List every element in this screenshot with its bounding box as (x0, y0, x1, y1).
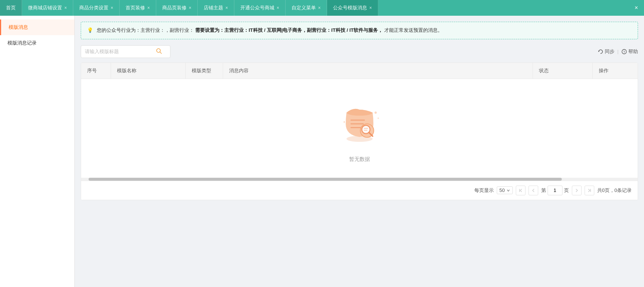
tab-home-label: 首页 (6, 4, 16, 11)
top-nav: 首页 微商城店铺设置 × 商品分类设置 × 首页装修 × 商品页装修 × 店铺主… (0, 0, 644, 16)
page-number-input[interactable] (548, 186, 563, 195)
col-header-status: 状态 (533, 63, 593, 79)
col-header-content: 消息内容 (223, 63, 533, 79)
search-input[interactable] (85, 49, 156, 54)
tab-product-category-label: 商品分类设置 (79, 4, 108, 11)
col-header-seq: 序号 (81, 63, 111, 79)
sidebar-item-template-msg-log-label: 模版消息记录 (7, 40, 37, 46)
close-weshop-settings[interactable]: × (64, 5, 67, 10)
search-bar: 同步 | ? 帮助 (81, 45, 638, 58)
sidebar-item-template-msg-label: 模版消息 (9, 24, 28, 30)
page-size-label: 每页显示 (474, 187, 494, 194)
help-button[interactable]: ? 帮助 (622, 48, 638, 55)
col-header-name: 模版名称 (111, 63, 186, 79)
content-area: 💡 您的公众号行业为：主营行业：，副营行业： 需要设置为：主营行业：IT科技 /… (75, 16, 644, 287)
empty-illustration (335, 101, 384, 150)
col-header-type: 模版类型 (186, 63, 223, 79)
page-unit: 页 (564, 187, 569, 194)
page-size-value: 50 (499, 187, 505, 193)
main-layout: 模版消息 模版消息记录 💡 您的公众号行业为：主营行业：，副营行业： 需要设置为… (0, 16, 644, 287)
tab-mp-template-msg[interactable]: 公众号模版消息 × (327, 0, 378, 16)
close-mp-template-msg[interactable]: × (369, 5, 372, 10)
tab-custom-menu[interactable]: 自定义菜单 × (286, 0, 327, 16)
data-table: 序号 模版名称 模版类型 消息内容 状态 操作 (81, 62, 638, 200)
close-custom-menu[interactable]: × (318, 5, 321, 10)
search-button[interactable] (156, 48, 162, 55)
notice-box: 💡 您的公众号行业为：主营行业：，副营行业： 需要设置为：主营行业：IT科技 /… (81, 22, 638, 39)
col-header-action: 操作 (593, 63, 638, 79)
toolbar-right: 同步 | ? 帮助 (598, 48, 638, 55)
search-input-wrap[interactable] (81, 45, 170, 58)
notice-highlight: 需要设置为：主营行业：IT科技 / 互联网|电子商务，副营行业：IT科技 / I… (195, 27, 383, 33)
sidebar: 模版消息 模版消息记录 (0, 16, 75, 287)
sync-label: 同步 (605, 48, 614, 55)
tab-homepage-decor-label: 首页装修 (126, 4, 145, 11)
tab-shop-theme-label: 店铺主题 (204, 4, 223, 11)
empty-text: 暂无数据 (349, 156, 370, 163)
svg-line-1 (160, 52, 161, 54)
close-product-category[interactable]: × (111, 5, 113, 10)
close-product-decor[interactable]: × (189, 5, 191, 10)
tab-open-mp-shop[interactable]: 开通公众号商城 × (234, 0, 286, 16)
pagination: 每页显示 50 (81, 181, 638, 200)
close-all-tabs[interactable]: × (635, 4, 638, 11)
page-label: 第 (541, 187, 546, 194)
tab-home[interactable]: 首页 (0, 0, 22, 16)
chevron-down-icon (506, 189, 510, 192)
next-page-button[interactable] (572, 186, 582, 195)
tab-homepage-decor[interactable]: 首页装修 × (120, 0, 156, 16)
table-header: 序号 模版名称 模版类型 消息内容 状态 操作 (81, 63, 638, 79)
tab-open-mp-shop-label: 开通公众号商城 (240, 4, 274, 11)
tab-shop-theme[interactable]: 店铺主题 × (198, 0, 234, 16)
scroll-track[interactable] (81, 178, 638, 181)
page-size-select[interactable]: 50 (497, 186, 512, 194)
close-open-mp-shop[interactable]: × (277, 5, 279, 10)
total-label: 共0页，0条记录 (597, 187, 632, 194)
scroll-thumb[interactable] (89, 178, 562, 181)
last-page-icon (587, 188, 592, 193)
page-input-wrap: 第 页 (541, 186, 569, 195)
prev-page-button[interactable] (529, 186, 538, 195)
notice-icon: 💡 (87, 27, 93, 33)
notice-prefix: 您的公众号行业为：主营行业：，副营行业： (97, 27, 194, 33)
last-page-button[interactable] (585, 186, 594, 195)
tab-product-category[interactable]: 商品分类设置 × (73, 0, 120, 16)
tab-product-decor-label: 商品页装修 (162, 4, 187, 11)
tab-weshop-settings-label: 微商城店铺设置 (28, 4, 62, 11)
svg-point-13 (375, 112, 377, 114)
tab-weshop-settings[interactable]: 微商城店铺设置 × (22, 0, 73, 16)
help-label: 帮助 (628, 48, 638, 55)
notice-suffix: 才能正常发送预置的消息。 (384, 27, 443, 33)
prev-page-icon (531, 188, 536, 193)
svg-point-14 (378, 117, 379, 119)
sidebar-item-template-msg-log[interactable]: 模版消息记录 (0, 35, 74, 51)
tab-custom-menu-label: 自定义菜单 (292, 4, 316, 11)
empty-state: 暂无数据 (81, 79, 638, 178)
toolbar-divider: | (617, 49, 619, 54)
sidebar-item-template-msg[interactable]: 模版消息 (0, 19, 74, 35)
first-page-icon (518, 188, 523, 193)
close-homepage-decor[interactable]: × (147, 5, 150, 10)
close-shop-theme[interactable]: × (225, 5, 228, 10)
first-page-button[interactable] (516, 186, 526, 195)
sync-button[interactable]: 同步 (598, 48, 614, 55)
svg-text:?: ? (623, 50, 625, 54)
next-page-icon (574, 188, 579, 193)
tab-mp-template-msg-label: 公众号模版消息 (333, 4, 367, 11)
tab-product-decor[interactable]: 商品页装修 × (156, 0, 198, 16)
